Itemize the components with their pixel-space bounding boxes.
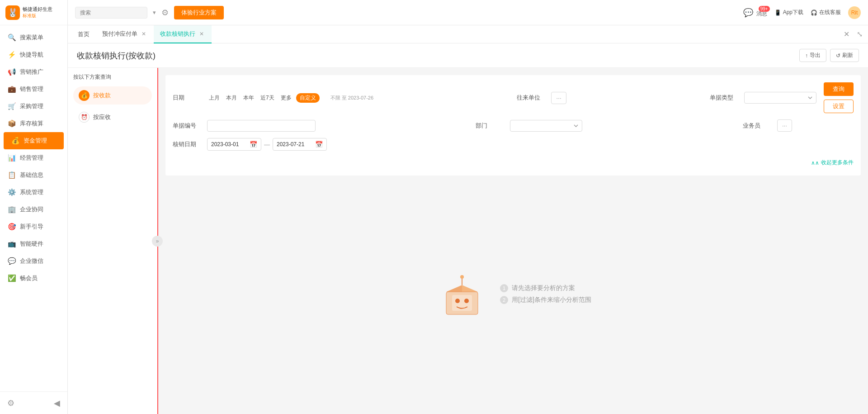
sidebar-item-hardware[interactable]: 📺 智能硬件: [0, 235, 67, 252]
sidebar-item-label: 快捷导航: [20, 51, 43, 59]
guide-icon: 🎯: [7, 223, 16, 231]
collapse-icon: ∧∧: [811, 160, 819, 166]
sidebar-item-operations[interactable]: 📊 经营管理: [0, 149, 67, 167]
doc-type-select[interactable]: [744, 92, 816, 104]
sidebar-item-basic-info[interactable]: 📋 基础信息: [0, 167, 67, 184]
topbar-right: 💬 99+ 消息 📱 App下载 🎧 在线客服 Rit: [743, 6, 861, 19]
marketing-icon: 📢: [7, 68, 16, 76]
inventory-icon: 📦: [7, 119, 16, 128]
collapse-filter-button[interactable]: »: [152, 236, 163, 247]
shortcut-this-month[interactable]: 本月: [224, 93, 239, 103]
sidebar-item-wechat[interactable]: 💬 企业微信: [0, 252, 67, 270]
sidebar-item-quick-nav[interactable]: ⚡ 快捷导航: [0, 46, 67, 63]
tab-receipt-offset[interactable]: 收款核销执行 ✕: [154, 25, 212, 43]
filter-receivable-label: 按应收: [93, 113, 111, 121]
doc-number-input[interactable]: [207, 120, 316, 132]
message-icon[interactable]: 💬 99+ 消息: [743, 8, 767, 18]
date-range-offset: 2023-03-01 📅 — 2023-07-21 📅: [207, 138, 327, 151]
sidebar-item-search[interactable]: 🔍 搜索菜单: [0, 29, 67, 46]
sidebar-item-label: 经营管理: [20, 154, 43, 162]
sidebar-footer: ⚙ ◀: [0, 391, 67, 414]
online-service-link[interactable]: 🎧 在线客服: [811, 9, 841, 16]
shortcut-7days[interactable]: 近7天: [259, 93, 276, 103]
system-icon: ⚙️: [7, 188, 16, 196]
sidebar-item-inventory[interactable]: 📦 库存核算: [0, 115, 67, 132]
export-button[interactable]: ↑ 导出: [799, 49, 826, 62]
sidebar-item-enterprise[interactable]: 🏢 企业协同: [0, 201, 67, 218]
doc-type-label: 单据类型: [710, 94, 737, 102]
tip-num-1: 1: [500, 284, 508, 292]
svg-marker-1: [446, 285, 462, 292]
sidebar-menu: 🔍 搜索菜单 ⚡ 快捷导航 📢 营销推广 💼 销售管理 🛒 采购管理 📦 库存核…: [0, 25, 67, 391]
search-input[interactable]: [75, 7, 147, 19]
svg-point-6: [464, 299, 469, 303]
department-select[interactable]: [510, 120, 582, 132]
date-label: 日期: [173, 94, 200, 102]
collapse-sidebar-icon[interactable]: ◀: [54, 398, 60, 408]
sidebar-item-sales[interactable]: 💼 销售管理: [0, 81, 67, 98]
shortcut-more[interactable]: 更多: [279, 93, 293, 103]
query-button[interactable]: 查询: [824, 82, 854, 96]
empty-illustration: [435, 267, 489, 321]
offset-date-end-input[interactable]: 2023-07-21 📅: [273, 138, 327, 151]
sidebar-item-funds[interactable]: 💰 资金管理: [4, 132, 64, 149]
main-body: 按以下方案查询 💰 按收款 ⏰ 按应收 » 日期: [68, 68, 868, 414]
shortcut-custom[interactable]: 自定义: [296, 93, 320, 103]
industry-solution-button[interactable]: 体验行业方案: [174, 6, 224, 19]
filter-by-receivable[interactable]: ⏰ 按应收: [73, 108, 152, 126]
refresh-icon: ↺: [836, 52, 840, 59]
sidebar-item-label: 营销推广: [20, 68, 43, 76]
page-content: 收款核销执行(按收款) ↑ 导出 ↺ 刷新 按以下方案查询 💰 按收款: [68, 43, 868, 414]
tab-home[interactable]: 首页: [71, 25, 96, 43]
app-download-link[interactable]: 📱 App下载: [774, 9, 803, 16]
gear-icon[interactable]: ⚙: [161, 8, 169, 18]
tab-receipt-label: 收款核销执行: [160, 30, 195, 38]
svg-point-5: [455, 299, 460, 303]
tab-close-all-icon[interactable]: ✕: [842, 28, 851, 40]
empty-tips: 1 请先选择要分析的方案 2 用[过滤]条件来缩小分析范围: [500, 284, 591, 304]
sidebar-item-label: 智能硬件: [20, 240, 43, 248]
staff-input[interactable]: ···: [777, 119, 792, 132]
sidebar-item-purchase[interactable]: 🛒 采购管理: [0, 98, 67, 115]
filter-by-receipt[interactable]: 💰 按收款: [73, 86, 152, 105]
collapse-more[interactable]: ∧∧ 收起更多条件: [173, 157, 854, 168]
tabbar: 首页 预付冲应付单 ✕ 收款核销执行 ✕ ✕ ⤡: [68, 25, 868, 43]
tab-prepay[interactable]: 预付冲应付单 ✕: [96, 25, 154, 43]
offset-date-start-input[interactable]: 2023-03-01 📅: [207, 138, 261, 151]
refresh-button[interactable]: ↺ 刷新: [830, 49, 859, 62]
avatar[interactable]: Rit: [848, 6, 861, 19]
sales-icon: 💼: [7, 85, 16, 93]
main-area: ▾ ⚙ 体验行业方案 💬 99+ 消息 📱 App下载 🎧 在线客服 Rit: [68, 0, 868, 414]
settings-button[interactable]: 设置: [824, 100, 854, 113]
sidebar-item-label: 企业协同: [20, 205, 43, 214]
tab-receipt-close[interactable]: ✕: [198, 30, 205, 38]
sidebar-item-label: 系统管理: [20, 188, 43, 196]
headset-icon: 🎧: [811, 10, 817, 16]
sidebar-item-label: 新手引导: [20, 223, 43, 231]
page-title: 收款核销执行(按收款): [77, 50, 156, 61]
sidebar-item-label: 销售管理: [20, 85, 43, 93]
empty-state: 1 请先选择要分析的方案 2 用[过滤]条件来缩小分析范围: [165, 181, 861, 407]
empty-tip-2: 2 用[过滤]条件来缩小分析范围: [500, 296, 591, 304]
tab-prepay-close[interactable]: ✕: [140, 30, 147, 38]
logo-icon: 🐰: [5, 5, 20, 20]
basic-info-icon: 📋: [7, 171, 16, 179]
home-tab-label: 首页: [78, 30, 90, 38]
shortcut-this-year[interactable]: 本年: [241, 93, 256, 103]
page-actions: ↑ 导出 ↺ 刷新: [799, 49, 859, 62]
department-label: 部门: [476, 122, 503, 130]
dropdown-icon[interactable]: ▾: [153, 9, 156, 16]
tab-expand-icon[interactable]: ⤡: [855, 28, 864, 40]
partner-input[interactable]: ···: [551, 92, 566, 104]
sidebar-item-system[interactable]: ⚙️ 系统管理: [0, 184, 67, 201]
settings-icon[interactable]: ⚙: [7, 398, 14, 408]
sidebar-item-label: 畅会员: [20, 274, 38, 282]
sidebar: 🐰 畅捷通好生意 标准版 🔍 搜索菜单 ⚡ 快捷导航 📢 营销推广 💼 销售管理…: [0, 0, 68, 414]
sidebar-item-vip[interactable]: ✅ 畅会员: [0, 270, 67, 287]
doc-number-label: 单据编号: [173, 122, 200, 130]
quick-nav-icon: ⚡: [7, 51, 16, 59]
sidebar-item-guide[interactable]: 🎯 新手引导: [0, 218, 67, 235]
shortcut-last-month[interactable]: 上月: [207, 93, 222, 103]
sidebar-item-label: 库存核算: [20, 119, 43, 128]
sidebar-item-marketing[interactable]: 📢 营销推广: [0, 63, 67, 81]
